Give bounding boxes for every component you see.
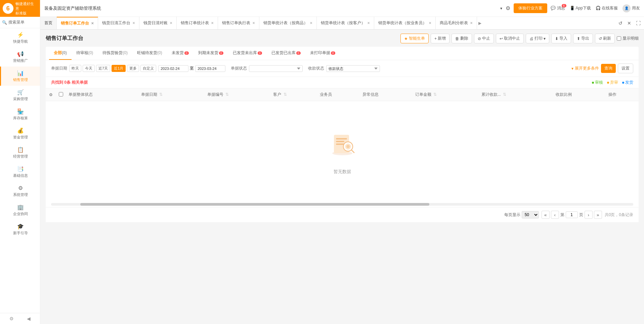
filter-tab-all[interactable]: 全部(0): [49, 47, 72, 60]
delete-btn[interactable]: 🗑 删除: [452, 34, 472, 43]
date-btn-7days[interactable]: 近7天: [96, 65, 110, 72]
sidebar-item-purchase[interactable]: 🛒 采购管理: [0, 86, 40, 105]
date-end-input[interactable]: [195, 65, 225, 72]
th-amount[interactable]: 订单金额 ⇅: [413, 88, 479, 101]
tab-close-cash-daily[interactable]: ✕: [132, 21, 135, 25]
filter-tab-not-shipped[interactable]: 未发货0: [167, 47, 194, 60]
sidebar-item-basic-info[interactable]: 📑 基础信息: [0, 162, 40, 181]
stop-btn[interactable]: ⊘ 中止: [474, 34, 494, 43]
topbar-settings-icon[interactable]: ⚙: [506, 5, 510, 11]
app-download[interactable]: 📱 App下载: [570, 5, 591, 11]
tab-close-sales-by-customer[interactable]: ✕: [367, 21, 370, 25]
tab-sales-by-customer[interactable]: 销货单统计表（按客户） ✕: [317, 17, 374, 30]
payment-select[interactable]: 收款状态: [326, 65, 380, 72]
tab-close-sales-exec[interactable]: ✕: [252, 21, 255, 25]
tab-close-sales-by-staff[interactable]: ✕: [429, 21, 431, 25]
sidebar-settings-icon[interactable]: ⚙: [9, 316, 14, 321]
ship-link[interactable]: 发货: [622, 80, 633, 85]
page-prev-btn[interactable]: ‹: [551, 211, 559, 219]
scrollbar-thumb[interactable]: [80, 203, 430, 206]
tab-cash-reconcile[interactable]: 钱货日清对账 ✕: [139, 17, 177, 30]
select-all-checkbox[interactable]: [59, 92, 63, 96]
query-btn[interactable]: 查询: [601, 64, 616, 73]
sort-amount-icon[interactable]: ⇅: [433, 92, 437, 97]
tab-close-sales-stats[interactable]: ✕: [211, 21, 214, 25]
page-next-btn[interactable]: ›: [585, 211, 593, 219]
scrollbar-track[interactable]: [51, 203, 633, 206]
tab-sales-workbench[interactable]: 销售订单工作台 ✕: [57, 17, 98, 30]
show-detail-checkbox[interactable]: [617, 36, 621, 41]
tab-close-sales-by-product[interactable]: ✕: [310, 21, 312, 25]
date-btn-more[interactable]: 更多: [127, 65, 139, 72]
date-btn-yesterday[interactable]: 昨天: [69, 65, 81, 72]
th-customer[interactable]: 客户 ⇅: [270, 88, 317, 101]
tab-sales-by-staff[interactable]: 销货单统计表（按业务员） ✕: [374, 17, 436, 30]
cancel-stop-btn[interactable]: ↩ 取消中止: [496, 34, 524, 43]
sidebar-item-enterprise[interactable]: 🏢 企业协同: [0, 201, 40, 220]
system-dropdown[interactable]: ▾: [500, 6, 502, 11]
filter-tab-pending-audit[interactable]: 待审核(0): [72, 47, 98, 60]
th-settings[interactable]: ⚙: [46, 88, 56, 101]
print-btn[interactable]: 🖨 打印 ▾: [526, 34, 549, 43]
search-settings-btn[interactable]: 设置: [618, 64, 633, 73]
sidebar-item-quick-nav[interactable]: ⚡ 快捷导航: [0, 28, 40, 47]
th-collected[interactable]: 累计收款... ⇅: [479, 88, 553, 101]
filter-tab-expired[interactable]: 到期未发货0: [194, 47, 228, 60]
tab-sales-by-product[interactable]: 销货单统计表（按商品） ✕: [259, 17, 317, 30]
show-detail-label[interactable]: 显示明细: [617, 36, 639, 41]
user-menu[interactable]: 👤 用友: [622, 4, 640, 12]
filter-tab-not-printed[interactable]: 未打印单据0: [305, 47, 340, 60]
tab-gross-margin[interactable]: 商品毛利分析表 ✕: [436, 17, 477, 30]
sidebar-item-inventory[interactable]: 🏪 库存核算: [0, 105, 40, 124]
audit-link[interactable]: 审核: [592, 80, 603, 85]
date-btn-1month[interactable]: 近1月: [112, 65, 126, 72]
filter-tab-wangpu[interactable]: 旺铺待发货(0): [132, 47, 167, 60]
sidebar-item-finance[interactable]: 💰 资金管理: [0, 124, 40, 143]
page-first-btn[interactable]: «: [542, 211, 550, 219]
sidebar-item-guide[interactable]: 🎓 新手引导: [0, 220, 40, 239]
tab-close-cash-reconcile[interactable]: ✕: [170, 21, 172, 25]
sort-date-icon[interactable]: ⇅: [159, 92, 163, 97]
sidebar-item-sales[interactable]: 📊 销售管理: [0, 67, 40, 86]
page-number-input[interactable]: [566, 211, 578, 218]
filter-tab-shipped-out[interactable]: 已发货已出库0: [267, 47, 305, 60]
sort-number-icon[interactable]: ⇅: [225, 92, 229, 97]
th-checkbox[interactable]: [56, 88, 66, 101]
tabs-scroll-right[interactable]: ▶: [477, 21, 483, 26]
new-btn[interactable]: + 新增: [431, 34, 449, 43]
date-btn-today[interactable]: 今天: [83, 65, 95, 72]
tab-cash-daily[interactable]: 钱货日清工作台 ✕: [98, 17, 139, 30]
smart-order-btn[interactable]: ★ 智能生单: [400, 34, 429, 43]
online-service[interactable]: 🎧 在线客服: [596, 5, 618, 11]
status-select[interactable]: [249, 65, 303, 72]
tab-close-all-icon[interactable]: ✕: [625, 20, 633, 27]
export-btn[interactable]: ⬆ 导出: [573, 34, 593, 43]
date-start-input[interactable]: [158, 65, 188, 72]
tab-fullscreen-icon[interactable]: ⛶: [634, 20, 643, 27]
sort-collected-icon[interactable]: ⇅: [503, 92, 506, 97]
sidebar-item-system[interactable]: ⚙ 系统管理: [0, 181, 40, 201]
tab-refresh-icon[interactable]: ↺: [616, 20, 625, 27]
filter-tab-shipped-not-out[interactable]: 已发货未出库0: [228, 47, 267, 60]
refresh-btn[interactable]: ↺ 刷新: [595, 34, 615, 43]
sidebar-search[interactable]: 🔍 搜索菜单: [0, 17, 40, 28]
industry-btn[interactable]: 体验行业方案: [514, 3, 547, 13]
page-size-select[interactable]: 20 50 100: [522, 211, 539, 218]
tab-home[interactable]: 首页: [40, 17, 57, 30]
filter-tab-pending-check[interactable]: 待拣货验货(0): [98, 47, 132, 60]
message-badge[interactable]: 💬 6 消息: [551, 5, 565, 11]
tab-close-sales-workbench[interactable]: ✕: [91, 22, 94, 25]
tab-close-gross-margin[interactable]: ✕: [470, 21, 473, 25]
sidebar-collapse-icon[interactable]: ◀: [27, 316, 31, 321]
import-btn[interactable]: ⬇ 导入: [551, 34, 571, 43]
date-btn-custom[interactable]: 自定义: [140, 65, 156, 72]
tab-sales-exec[interactable]: 销售订单执行表 ✕: [218, 17, 259, 30]
sidebar-item-marketing[interactable]: 📢 营销推广: [0, 47, 40, 67]
th-date[interactable]: 单据日期 ⇅: [138, 88, 205, 101]
sort-customer-icon[interactable]: ⇅: [284, 92, 287, 97]
abandon-link[interactable]: 弃审: [607, 80, 618, 85]
page-last-btn[interactable]: »: [594, 211, 602, 219]
expand-btn[interactable]: ▾ 展开更多条件: [571, 66, 599, 71]
sidebar-item-operations[interactable]: 📋 经营管理: [0, 143, 40, 162]
tab-sales-stats[interactable]: 销售订单统计表 ✕: [177, 17, 218, 30]
